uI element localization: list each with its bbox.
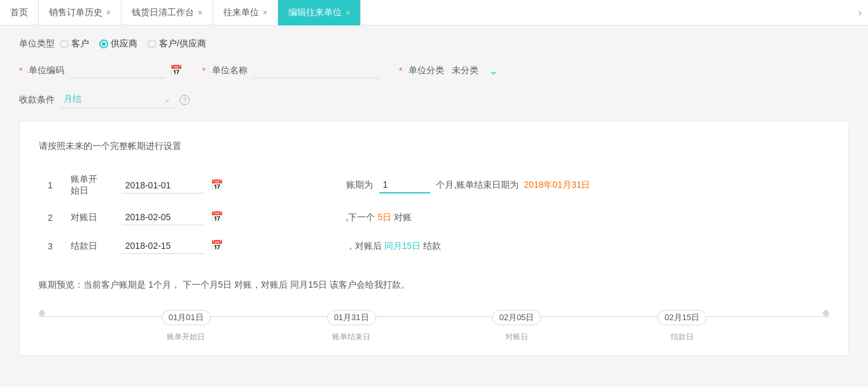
step-3-row: 3 结款日 📅 ，对账后 同月15日 结款 <box>39 232 829 260</box>
preview-5: 该客户会给我打款。 <box>330 279 410 290</box>
radio-customer[interactable]: 客户 <box>60 38 89 50</box>
tabs-scroll-right[interactable]: › <box>852 7 868 18</box>
unit-category-value: 未分类 <box>452 65 479 76</box>
radio-both-label: 客户/供应商 <box>159 38 206 50</box>
step-3-num: 3 <box>39 232 62 260</box>
tab-sales-history[interactable]: 销售订单历史 × <box>39 0 122 25</box>
preview-label: 账期预览：当前客户账期是 <box>39 279 146 290</box>
timeline-point-3: 02月15日 结款日 <box>657 310 706 342</box>
payment-condition-select-arrow: ⌄ <box>164 95 171 104</box>
timeline: 01月01日 账单开始日 01月31日 账单结束日 02月05日 对账日 02月… <box>39 304 829 342</box>
step-1-name: 账单开始日 <box>62 167 113 203</box>
step-2-row: 2 对账日 📅 ,下一个 5日 对账 <box>39 203 829 232</box>
payment-condition-select[interactable]: 月结 ⌄ <box>60 91 174 108</box>
payment-condition-row: 收款条件 月结 ⌄ ? <box>19 91 849 108</box>
step-3-suffix-pre: ，对账后 <box>346 241 382 251</box>
timeline-points: 01月01日 账单开始日 01月31日 账单结束日 02月05日 对账日 02月… <box>39 310 829 342</box>
tab-edit-partner[interactable]: 编辑往来单位 × <box>278 0 361 25</box>
timeline-point-0: 01月01日 账单开始日 <box>162 310 211 342</box>
unit-category-label: 单位分类 <box>409 65 444 76</box>
tab-partner-unit[interactable]: 往来单位 × <box>213 0 278 25</box>
unit-code-input[interactable]: 000001 <box>69 62 165 78</box>
unit-type-row: 单位类型 客户 供应商 客户/供应商 <box>19 38 849 50</box>
tab-cash-work-close[interactable]: × <box>198 8 202 17</box>
payment-condition-select-value: 月结 <box>64 94 162 105</box>
step-2-suffix-cell: ,下一个 5日 对账 <box>337 203 829 232</box>
unit-code-field: * 单位编码 000001 📅 <box>19 62 183 78</box>
step-1-period-end: 2018年01月31日 <box>524 179 590 190</box>
step-2-name: 对账日 <box>62 203 113 232</box>
radio-both-circle <box>148 39 157 48</box>
payment-condition-label: 收款条件 <box>19 94 55 106</box>
unit-type-radios: 客户 供应商 客户/供应商 <box>60 38 206 50</box>
unit-name-label: 单位名称 <box>212 65 248 76</box>
preview-section: 账期预览：当前客户账期是 1个月， 下一个月5日 对账，对账后 同月15日 该客… <box>39 279 829 291</box>
timeline-dot-start <box>39 310 45 316</box>
timeline-label-0: 账单开始日 <box>167 332 205 342</box>
preview-1: 1个月， <box>148 279 180 290</box>
unit-code-star: * <box>19 66 22 76</box>
tab-edit-partner-close[interactable]: × <box>346 8 350 17</box>
step-1-period-unit: 个月,账单结束日期为 <box>436 179 519 190</box>
steps-table: 1 账单开始日 📅 账期为 个月,账单结束日期为 2018年01月31日 <box>39 167 829 260</box>
step-1-period-label: 账期为 <box>346 179 373 190</box>
step-1-calendar-icon[interactable]: 📅 <box>211 179 223 190</box>
step-2-suffix-post: 对账 <box>394 212 412 222</box>
unit-type-label: 单位类型 <box>19 38 55 50</box>
tab-edit-partner-label: 编辑往来单位 <box>288 7 342 18</box>
step-3-suffix-cell: ，对账后 同月15日 结款 <box>337 232 829 260</box>
timeline-label-1: 账单结束日 <box>332 332 370 342</box>
step-3-suffix-post: 结款 <box>423 241 441 251</box>
step-1-date-cell: 📅 <box>113 167 337 203</box>
step-2-calendar-icon[interactable]: 📅 <box>211 211 223 222</box>
tab-partner-unit-label: 往来单位 <box>223 7 259 18</box>
timeline-point-2: 02月05日 对账日 <box>492 310 541 342</box>
timeline-label-2: 对账日 <box>505 332 528 342</box>
step-3-calendar-icon[interactable]: 📅 <box>211 240 223 251</box>
radio-both[interactable]: 客户/供应商 <box>148 38 206 50</box>
preview-3: 对账，对账后 <box>234 279 288 290</box>
page-content: 单位类型 客户 供应商 客户/供应商 * 单位编码 00000 <box>0 25 868 387</box>
unit-name-input[interactable]: 河南供应商22 <box>253 62 380 78</box>
radio-supplier[interactable]: 供应商 <box>99 38 137 50</box>
tab-sales-history-close[interactable]: × <box>106 8 111 17</box>
step-2-suffix-pre: ,下一个 <box>346 212 375 222</box>
radio-customer-label: 客户 <box>71 38 89 50</box>
tabs-bar: 首页 销售订单历史 × 钱货日清工作台 × 往来单位 × 编辑往来单位 × › <box>0 0 868 25</box>
timeline-point-start-dot <box>39 310 45 342</box>
step-3-name: 结款日 <box>62 232 113 260</box>
tab-home[interactable]: 首页 <box>0 0 39 25</box>
step-2-suffix-highlight: 5日 <box>377 212 391 222</box>
timeline-badge-2: 02月05日 <box>492 310 541 325</box>
timeline-badge-0: 01月01日 <box>162 310 211 325</box>
step-3-suffix-highlight: 同月15日 <box>384 241 421 251</box>
unit-name-star: * <box>202 66 205 76</box>
timeline-point-1: 01月31日 账单结束日 <box>327 310 376 342</box>
radio-supplier-label: 供应商 <box>111 38 137 50</box>
radio-supplier-circle <box>99 39 108 48</box>
step-1-num: 1 <box>39 167 62 203</box>
step-3-date-input[interactable] <box>122 238 204 254</box>
step-2-num: 2 <box>39 203 62 232</box>
preview-4: 同月15日 <box>290 279 327 290</box>
timeline-dot-end <box>823 310 829 316</box>
step-1-row: 1 账单开始日 📅 账期为 个月,账单结束日期为 2018年01月31日 <box>39 167 829 203</box>
step-2-date-input[interactable] <box>122 209 204 225</box>
unit-name-field: * 单位名称 河南供应商22 <box>202 62 379 78</box>
tab-cash-work[interactable]: 钱货日清工作台 × <box>122 0 213 25</box>
radio-customer-circle <box>60 39 69 48</box>
step-1-date-input[interactable] <box>122 178 204 194</box>
unit-code-label: 单位编码 <box>29 65 64 76</box>
tab-home-label: 首页 <box>10 7 28 18</box>
unit-type-field: 单位类型 客户 供应商 客户/供应商 <box>19 38 206 50</box>
timeline-label-3: 结款日 <box>671 332 694 342</box>
tab-partner-unit-close[interactable]: × <box>263 8 267 17</box>
step-1-period-input[interactable] <box>379 177 430 194</box>
unit-info-row: * 单位编码 000001 📅 * 单位名称 河南供应商22 * 单位分类 未分… <box>19 62 849 78</box>
unit-category-star: * <box>399 66 402 76</box>
unit-category-dropdown-icon[interactable]: ⌄ <box>489 64 498 78</box>
unit-code-calendar-icon[interactable]: 📅 <box>170 64 183 76</box>
timeline-point-end-dot <box>823 310 829 342</box>
tab-cash-work-label: 钱货日清工作台 <box>132 7 194 18</box>
payment-condition-help-icon[interactable]: ? <box>179 95 190 105</box>
